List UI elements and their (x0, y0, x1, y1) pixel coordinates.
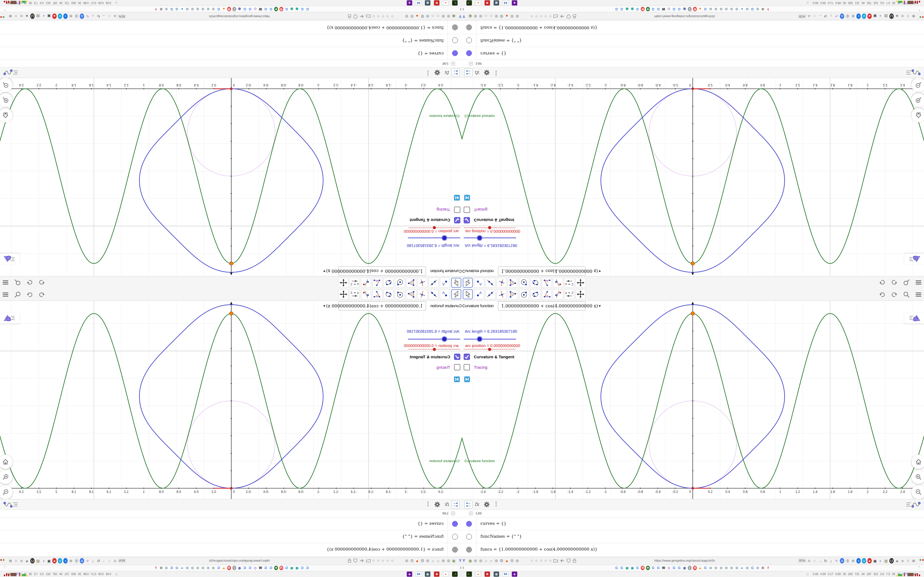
visibility-toggle-dot[interactable] (466, 24, 472, 30)
tab-favicon[interactable]: ◉ (630, 7, 634, 11)
extension-icon[interactable]: ∩ (431, 13, 435, 19)
browser-tab-strip[interactable]: ‖ GG◉◉GЯ▼GGW◇GG◉iЯ▲G✿✿✿✿✿✿●✿G✿⚙f ⌃ (0, 565, 462, 571)
lock-icon[interactable] (347, 13, 351, 19)
extension-icon[interactable]: ↓ (829, 13, 833, 19)
tab-favicon[interactable]: Я (279, 7, 283, 11)
expand-caret-icon[interactable]: ⌃ (3, 566, 6, 570)
pinned-site-tile[interactable]: ● (475, 0, 481, 5)
tab-favicon[interactable]: ● (740, 7, 744, 11)
tab-favicon[interactable]: ◉ (630, 566, 634, 570)
extension-icon[interactable]: V (58, 13, 62, 19)
zoom-out-button[interactable] (911, 78, 924, 92)
page-zoom-badge[interactable]: 81% (798, 14, 807, 19)
tab-favicon[interactable]: G (300, 7, 304, 11)
extension-icon[interactable]: ⚙ (911, 558, 916, 564)
algebra-row-funcNames[interactable]: funcNames = {" "} (0, 34, 462, 47)
tab-favicon[interactable]: i (233, 566, 236, 570)
home-button[interactable] (911, 455, 924, 469)
extension-icon[interactable]: ● (415, 13, 419, 19)
gear-icon[interactable] (483, 68, 490, 76)
arc-length-slider[interactable] (464, 338, 516, 340)
page-zoom-badge[interactable]: 81% (117, 14, 126, 19)
extension-icon[interactable]: ◐ (878, 558, 883, 564)
extension-icon[interactable]: ✎ (834, 13, 839, 19)
tab-favicon[interactable]: G (672, 566, 676, 570)
tab-favicon[interactable]: G (269, 566, 273, 570)
play-button[interactable] (464, 195, 470, 201)
tab-favicon[interactable]: i (688, 566, 691, 570)
tab-favicon[interactable]: G (620, 566, 624, 570)
page-zoom-badge[interactable]: 81% (117, 558, 126, 563)
tab-favicon[interactable]: G (703, 7, 707, 11)
tool-polygon[interactable] (508, 289, 518, 299)
tool-line[interactable] (429, 278, 439, 288)
tool-angle[interactable]: α (372, 278, 382, 288)
kebab-menu-icon[interactable] (496, 71, 497, 76)
tab-favicon[interactable]: ▼ (274, 7, 278, 11)
tab-favicon[interactable]: ✿ (719, 7, 723, 11)
extension-icon[interactable]: ↓ (91, 558, 95, 564)
tab-favicon[interactable]: ◉ (683, 566, 687, 570)
tab-favicon[interactable]: ▲ (222, 7, 226, 11)
tab-favicon[interactable]: f (154, 7, 158, 11)
tool-polygon[interactable] (406, 278, 416, 288)
extension-icon[interactable]: ☆ (107, 558, 111, 564)
extension-icon[interactable]: ⊕ (446, 558, 451, 564)
algebra-row-funcNames[interactable]: funcNames = {" "} (0, 530, 462, 543)
extension-icon[interactable]: ⊕ (404, 13, 409, 19)
pin-icon[interactable]: Y (459, 558, 462, 563)
extension-icon[interactable]: ⚙ (8, 13, 13, 19)
tree-view-button[interactable] (452, 501, 460, 509)
back-arrow-icon[interactable] (359, 559, 364, 564)
browser-tab-strip[interactable]: ‖ GG◉◉GЯ▼GGW◇GG◉iЯ▲G✿✿✿✿✿✿●✿G✿⚙f ⌃ (462, 565, 924, 571)
menu-button[interactable] (1, 290, 10, 299)
extension-icon[interactable]: ⚙ (911, 13, 916, 19)
extension-icon[interactable]: ⊕ (900, 558, 905, 564)
algebra-row-curves[interactable]: curves = {} (462, 47, 924, 60)
extension-icon[interactable]: ↻ (823, 558, 828, 564)
browser-tab-strip[interactable]: ‖ GG◉◉GЯ▼GGW◇GG◉iЯ▲G✿✿✿✿✿✿●✿G✿⚙f ⌃ (0, 6, 462, 12)
tab-favicon[interactable]: G (217, 566, 221, 570)
tool-point[interactable]: A (474, 278, 484, 288)
tab-favicon[interactable]: f (154, 566, 158, 570)
tab-favicon[interactable]: ⚙ (159, 566, 163, 570)
extension-icon[interactable]: ▤ (884, 13, 888, 19)
folder-icon[interactable] (366, 13, 371, 19)
tab-favicon[interactable]: G (615, 566, 619, 570)
expand-caret-icon[interactable]: ⌃ (3, 7, 6, 11)
extension-icon[interactable]: ⚙ (510, 13, 514, 19)
extension-icon[interactable]: A (840, 13, 844, 19)
arc-position-slider[interactable] (464, 227, 515, 228)
collapse-icon[interactable]: − (451, 511, 455, 516)
tab-favicon[interactable]: ▼ (646, 7, 650, 11)
tab-favicon[interactable]: ● (740, 566, 744, 570)
tool-perpendicular[interactable] (417, 278, 427, 288)
algebra-stylebar-button[interactable] (2, 67, 18, 77)
tab-favicon[interactable]: f (766, 566, 770, 570)
extension-icon[interactable]: ◐ (878, 13, 883, 19)
tab-favicon[interactable]: ◇ (253, 566, 257, 570)
tool-point[interactable]: A (440, 278, 450, 288)
tab-favicon[interactable]: ✿ (756, 566, 759, 570)
tab-favicon[interactable]: G (615, 7, 619, 11)
curvature-tangent-checkbox[interactable] (454, 217, 460, 223)
pin-icon[interactable]: Y (462, 14, 465, 19)
tab-favicon[interactable]: ✿ (212, 566, 215, 570)
extension-icon[interactable]: ⊕ (473, 13, 478, 19)
extension-icon[interactable]: ● (52, 558, 57, 564)
arc-position-slider-handle[interactable] (433, 348, 436, 351)
extension-icon[interactable]: A (113, 558, 117, 564)
tab-favicon[interactable]: G (264, 7, 268, 11)
tool-point[interactable]: A (474, 289, 484, 299)
play-button[interactable] (454, 376, 460, 382)
tool-move[interactable] (463, 289, 473, 299)
extension-icon[interactable]: ↻ (96, 558, 101, 564)
pinned-site-tile[interactable]: ▦ (494, 572, 499, 577)
tab-favicon[interactable]: ✿ (196, 7, 200, 11)
tab-favicon[interactable]: Я (279, 566, 283, 570)
tab-favicon[interactable]: ✿ (196, 566, 200, 570)
extension-icon[interactable]: ⇧ (906, 13, 910, 19)
extension-icon[interactable]: ⊕ (478, 558, 483, 564)
extension-icon[interactable]: 0 (74, 558, 79, 564)
tracing-checkbox[interactable] (464, 206, 470, 213)
